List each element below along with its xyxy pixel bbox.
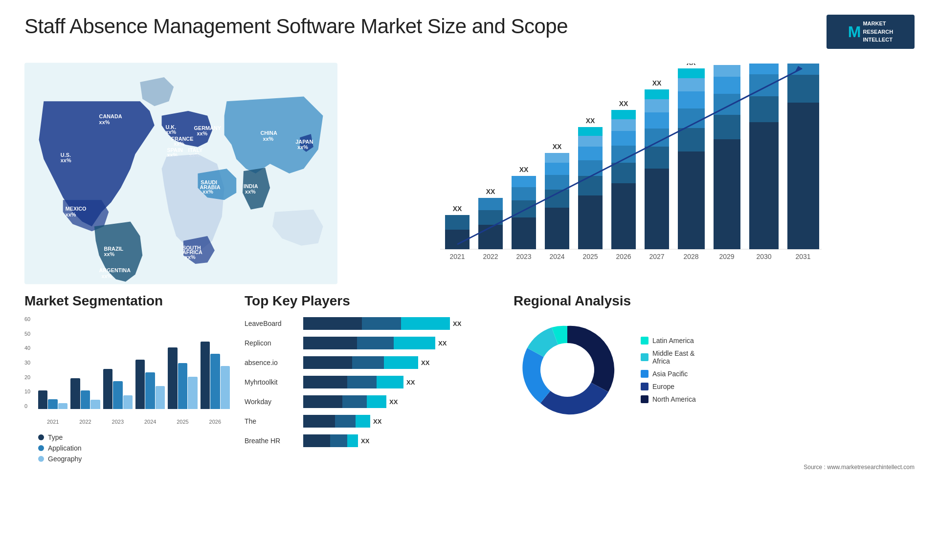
- legend-latin-america-label: Latin America: [652, 337, 694, 345]
- legend-type-label: Type: [48, 433, 63, 441]
- svg-rect-57: [578, 176, 603, 195]
- svg-rect-83: [678, 91, 705, 108]
- svg-text:XX: XX: [553, 143, 562, 151]
- world-map: CANADA xx% U.S. xx% MEXICO xx% BRAZIL xx…: [24, 59, 337, 288]
- svg-text:XX: XX: [619, 100, 628, 108]
- map-section: CANADA xx% U.S. xx% MEXICO xx% BRAZIL xx…: [24, 59, 337, 283]
- player-name-1: Replicon: [245, 336, 296, 350]
- legend-middle-east: Middle East &Africa: [641, 349, 696, 365]
- player-name-5: The: [245, 414, 296, 429]
- svg-point-108: [540, 343, 594, 397]
- player-name-6: Breathe HR: [245, 433, 296, 448]
- donut-container: Latin America Middle East &Africa Asia P…: [514, 316, 915, 424]
- player-value-0: XX: [453, 320, 461, 327]
- svg-rect-49: [545, 208, 569, 249]
- svg-rect-88: [714, 139, 740, 249]
- legend-application-label: Application: [48, 444, 82, 452]
- legend-europe-color: [641, 383, 648, 390]
- svg-rect-73: [645, 147, 669, 169]
- svg-rect-58: [578, 160, 603, 176]
- growth-chart-section: XX 2021 XX 2022 XX: [347, 59, 915, 283]
- logo-text: MARKETRESEARCHINTELLECT: [863, 20, 893, 44]
- player-names-list: LeaveBoard Replicon absence.io Myhrtoolk…: [245, 316, 296, 448]
- svg-text:BRAZIL: BRAZIL: [104, 246, 123, 252]
- legend-latin-america-color: [641, 337, 648, 345]
- y-label-20: 20: [24, 374, 30, 380]
- svg-text:XX: XX: [519, 166, 529, 173]
- svg-text:XX: XX: [652, 79, 662, 87]
- svg-rect-89: [714, 115, 740, 139]
- legend-europe-label: Europe: [652, 383, 674, 390]
- growth-chart-svg: XX 2021 XX 2022 XX: [357, 64, 905, 283]
- legend-type: Type: [38, 433, 230, 441]
- svg-text:2025: 2025: [582, 253, 598, 260]
- svg-rect-38: [478, 225, 503, 249]
- svg-text:2022: 2022: [483, 253, 498, 260]
- source-text: Source : www.marketresearchintellect.com: [804, 464, 915, 471]
- legend-middle-east-color: [641, 353, 648, 361]
- players-section: Top Key Players LeaveBoard Replicon abse…: [245, 293, 499, 466]
- legend-north-america: North America: [641, 395, 696, 403]
- page-title: Staff Absence Management Software Market…: [24, 15, 568, 38]
- x-label-2026: 2026: [201, 419, 230, 429]
- player-value-4: XX: [389, 398, 398, 406]
- svg-rect-53: [545, 153, 569, 163]
- svg-rect-60: [578, 136, 603, 147]
- player-name-2: absence.io: [245, 355, 296, 370]
- svg-text:2026: 2026: [616, 253, 631, 260]
- svg-rect-101: [787, 103, 819, 249]
- svg-text:XX: XX: [687, 64, 696, 66]
- svg-text:CHINA: CHINA: [260, 130, 277, 136]
- x-label-2024: 2024: [135, 419, 165, 429]
- legend-latin-america: Latin America: [641, 337, 696, 345]
- segmentation-section: Market Segmentation 60 50 40 30 20 10 0: [24, 293, 230, 466]
- svg-text:xx%: xx%: [61, 157, 71, 163]
- svg-rect-85: [678, 68, 705, 78]
- svg-text:2030: 2030: [756, 253, 771, 260]
- legend-geography-dot: [38, 456, 44, 462]
- svg-text:XX: XX: [586, 117, 595, 125]
- svg-rect-69: [611, 110, 636, 119]
- svg-text:xx%: xx%: [202, 189, 213, 194]
- svg-rect-81: [678, 128, 705, 151]
- legend-geography-label: Geography: [48, 455, 82, 463]
- svg-text:ARGENTINA: ARGENTINA: [99, 267, 131, 273]
- svg-rect-65: [611, 163, 636, 183]
- svg-text:xx%: xx%: [102, 273, 112, 279]
- svg-text:XX: XX: [453, 205, 462, 213]
- seg-legend: Type Application Geography: [38, 433, 230, 463]
- svg-rect-98: [749, 64, 779, 74]
- legend-geography: Geography: [38, 455, 230, 463]
- legend-middle-east-label: Middle East &Africa: [652, 349, 694, 365]
- x-label-2022: 2022: [70, 419, 100, 429]
- logo-letter: M: [848, 23, 861, 41]
- regional-title: Regional Analysis: [514, 293, 915, 309]
- svg-rect-56: [578, 195, 603, 249]
- svg-rect-46: [512, 176, 536, 187]
- svg-text:2031: 2031: [795, 253, 810, 260]
- svg-rect-52: [545, 163, 569, 175]
- svg-text:xx%: xx%: [185, 254, 196, 260]
- player-bar-row-0: XX: [303, 316, 499, 331]
- legend-type-dot: [38, 434, 44, 440]
- svg-rect-72: [645, 169, 669, 249]
- y-label-10: 10: [24, 388, 30, 394]
- svg-text:xx%: xx%: [263, 136, 273, 142]
- svg-text:xx%: xx%: [245, 189, 256, 194]
- legend-asia-pacific: Asia Pacific: [641, 370, 696, 378]
- svg-rect-102: [787, 75, 819, 103]
- y-label-50: 50: [24, 331, 30, 337]
- legend-asia-pacific-color: [641, 370, 648, 378]
- segmentation-title: Market Segmentation: [24, 293, 230, 309]
- y-label-60: 60: [24, 316, 30, 322]
- svg-rect-96: [749, 96, 779, 122]
- svg-text:xx%: xx%: [99, 119, 110, 125]
- svg-text:xx%: xx%: [66, 212, 76, 217]
- player-value-3: XX: [406, 379, 415, 386]
- svg-text:2027: 2027: [649, 253, 664, 260]
- logo-box: M MARKETRESEARCHINTELLECT: [827, 15, 915, 49]
- svg-text:U.S.: U.S.: [61, 152, 71, 158]
- player-name-3: Myhrtoolkit: [245, 375, 296, 389]
- svg-rect-61: [578, 127, 603, 136]
- svg-text:MEXICO: MEXICO: [66, 206, 87, 212]
